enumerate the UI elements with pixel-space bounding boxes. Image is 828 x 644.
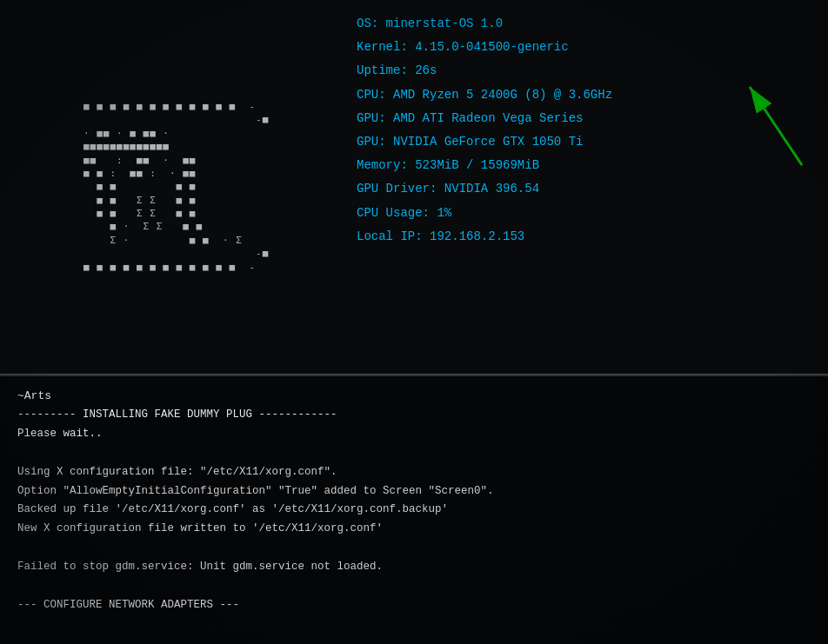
ip-value: 192.168.2.153 bbox=[423, 229, 525, 243]
memory-value: 523MiB / 15969MiB bbox=[408, 158, 539, 172]
terminal-line-4: Using X configuration file: "/etc/X11/xo… bbox=[17, 463, 811, 482]
terminal-line-10 bbox=[17, 577, 811, 596]
terminal-prompt: ~Arts bbox=[17, 389, 811, 402]
cpu-usage-value: 1% bbox=[430, 206, 451, 220]
memory-label: Memory: bbox=[357, 158, 408, 172]
gpu2-value: NVIDIA GeForce GTX 1050 Ti bbox=[386, 135, 584, 149]
kernel-line: Kernel: 4.15.0-041500-generic bbox=[357, 37, 811, 58]
os-line: OS: minerstat-OS 1.0 bbox=[357, 13, 811, 35]
terminal-line-5: Option "AllowEmptyInitialConfiguration" … bbox=[17, 482, 811, 501]
gpu1-label: GPU: bbox=[357, 111, 386, 125]
cpu-label: CPU: bbox=[357, 88, 386, 102]
terminal-line-9: Failed to stop gdm.service: Unit gdm.ser… bbox=[17, 558, 811, 577]
cpu-usage-label: CPU Usage: bbox=[357, 206, 430, 220]
gpu1-value: AMD ATI Radeon Vega Series bbox=[386, 111, 584, 125]
cpu-usage-line: CPU Usage: 1% bbox=[357, 202, 811, 224]
driver-label: GPU Driver: bbox=[357, 182, 437, 196]
bottom-terminal: ~Arts --------- INSTALLING FAKE DUMMY PL… bbox=[0, 376, 828, 644]
terminal-line-8 bbox=[17, 539, 811, 558]
top-section: ■ ■ ■ ■ ■ ■ ■ ■ ■ ■ ■ ■ - -■ · ■■ · ■ ■■… bbox=[0, 0, 828, 374]
gpu2-label: GPU: bbox=[357, 135, 386, 149]
ascii-panel: ■ ■ ■ ■ ■ ■ ■ ■ ■ ■ ■ ■ - -■ · ■■ · ■ ■■… bbox=[0, 0, 339, 374]
driver-value: NVIDIA 396.54 bbox=[437, 182, 539, 196]
terminal-line-1: --------- INSTALLING FAKE DUMMY PLUG ---… bbox=[17, 406, 811, 425]
os-value: minerstat-OS 1.0 bbox=[378, 17, 503, 30]
kernel-value: 4.15.0-041500-generic bbox=[408, 40, 569, 54]
terminal-screen: ■ ■ ■ ■ ■ ■ ■ ■ ■ ■ ■ ■ - -■ · ■■ · ■ ■■… bbox=[0, 0, 828, 644]
terminal-line-2: Please wait.. bbox=[17, 425, 811, 444]
uptime-value: 26s bbox=[408, 63, 437, 77]
ip-line: Local IP: 192.168.2.153 bbox=[357, 226, 811, 248]
terminal-line-3 bbox=[17, 444, 811, 463]
uptime-label: Uptime: bbox=[357, 63, 408, 77]
terminal-line-7: New X configuration file written to '/et… bbox=[17, 520, 811, 539]
svg-line-1 bbox=[750, 87, 802, 165]
driver-line: GPU Driver: NVIDIA 396.54 bbox=[357, 178, 811, 200]
info-panel: OS: minerstat-OS 1.0 Kernel: 4.15.0-0415… bbox=[339, 0, 828, 374]
os-label: OS: bbox=[357, 17, 378, 30]
terminal-line-11: --- CONFIGURE NETWORK ADAPTERS --- bbox=[17, 596, 811, 615]
ascii-art: ■ ■ ■ ■ ■ ■ ■ ■ ■ ■ ■ ■ - -■ · ■■ · ■ ■■… bbox=[70, 100, 270, 274]
cpu-value: AMD Ryzen 5 2400G (8) @ 3.6GHz bbox=[386, 88, 612, 102]
green-arrow-icon bbox=[732, 70, 819, 174]
terminal-line-6: Backed up file '/etc/X11/xorg.conf' as '… bbox=[17, 501, 811, 520]
ip-label: Local IP: bbox=[357, 229, 423, 243]
kernel-label: Kernel: bbox=[357, 40, 408, 54]
